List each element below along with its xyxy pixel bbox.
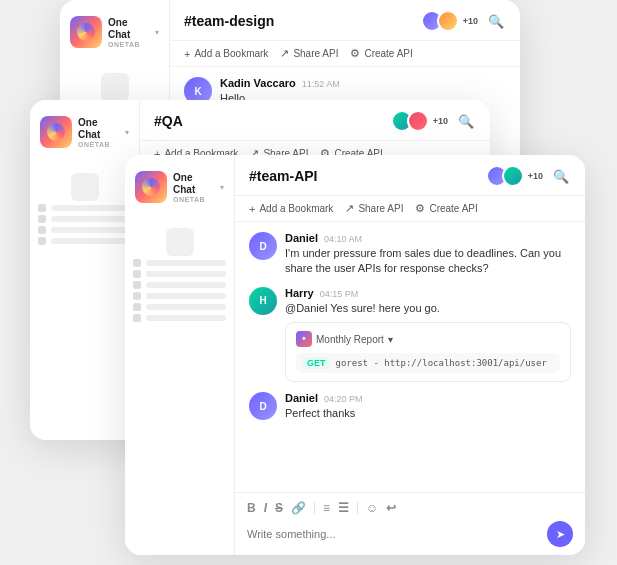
messages-area-card3: D Daniel 04:10 AM I'm under pressure fro… bbox=[235, 222, 585, 492]
share-api-btn-card1[interactable]: ↗ Share API bbox=[280, 47, 338, 60]
sidebar-app-subtitle-card2: ONETAB bbox=[78, 141, 117, 148]
strikethrough-button[interactable]: S bbox=[275, 501, 283, 515]
sidebar-header-card3[interactable]: One Chat ONETAB ▾ bbox=[133, 167, 226, 207]
sidebar-app-name-card2: One Chat bbox=[78, 117, 117, 141]
share-api-label: Share API bbox=[293, 48, 338, 59]
sidebar-nav-items-card2 bbox=[38, 166, 131, 252]
create-icon-card3: ⚙ bbox=[415, 202, 425, 215]
create-icon: ⚙ bbox=[350, 47, 360, 60]
sidebar-header-card2[interactable]: One Chat ONETAB ▾ bbox=[38, 112, 131, 152]
search-icon-card3[interactable]: 🔍 bbox=[551, 166, 571, 186]
message-author-harry: Harry bbox=[285, 287, 314, 299]
message-input-area: B I S 🔗 ≡ ☰ ☺ ↩ ➤ bbox=[235, 492, 585, 555]
dot bbox=[133, 281, 141, 289]
sidebar-nav-icon-1[interactable] bbox=[101, 73, 129, 101]
add-bookmark-btn-card3[interactable]: + Add a Bookmark bbox=[249, 203, 333, 215]
sidebar-nav-icon-card3[interactable] bbox=[166, 228, 194, 256]
bold-button[interactable]: B bbox=[247, 501, 256, 515]
unordered-list-button[interactable]: ≡ bbox=[323, 501, 330, 515]
ordered-list-button[interactable]: ☰ bbox=[338, 501, 349, 515]
api-attachment: ✦ Monthly Report ▾ GET gorest - http://l… bbox=[285, 322, 571, 382]
line bbox=[146, 282, 226, 288]
sidebar-app-subtitle-card3: ONETAB bbox=[173, 196, 212, 203]
chevron-down-icon-card2: ▾ bbox=[125, 128, 129, 137]
message-body-daniel1: Daniel 04:10 AM I'm under pressure from … bbox=[285, 232, 571, 277]
chevron-down-icon: ▾ bbox=[155, 28, 159, 37]
dot bbox=[38, 237, 46, 245]
message-meta-daniel1: Daniel 04:10 AM bbox=[285, 232, 571, 244]
search-icon-card2[interactable]: 🔍 bbox=[456, 111, 476, 131]
avatar-2 bbox=[437, 10, 459, 32]
message-author: Kadin Vaccaro bbox=[220, 77, 296, 89]
sidebar-row-c3-2 bbox=[133, 270, 226, 278]
emoji-button[interactable]: ☺ bbox=[366, 501, 378, 515]
create-api-label-card3: Create API bbox=[429, 203, 477, 214]
app-logo-inner bbox=[77, 23, 95, 41]
avatar-stack-card2 bbox=[391, 110, 429, 132]
plus-icon-card3: + bbox=[249, 203, 255, 215]
message-time-daniel1: 04:10 AM bbox=[324, 234, 362, 244]
app-logo bbox=[70, 16, 102, 48]
sidebar-title-group: One Chat ONETAB bbox=[108, 17, 147, 48]
message-time-harry: 04:15 PM bbox=[320, 289, 359, 299]
send-button[interactable]: ➤ bbox=[547, 521, 573, 547]
sidebar-title-group-card2: One Chat ONETAB bbox=[78, 117, 117, 148]
message-body-daniel2: Daniel 04:20 PM Perfect thanks bbox=[285, 392, 571, 421]
search-icon[interactable]: 🔍 bbox=[486, 11, 506, 31]
sidebar-row-c3-6 bbox=[133, 314, 226, 322]
endpoint-url: gorest - http://localhost:3001/api/user bbox=[336, 358, 547, 368]
method-badge: GET bbox=[303, 357, 330, 369]
plus-count-card3: +10 bbox=[528, 171, 543, 181]
dot bbox=[133, 314, 141, 322]
card-team-api: One Chat ONETAB ▾ #team-API +10 bbox=[125, 155, 585, 555]
app-logo-inner-card3 bbox=[142, 178, 160, 196]
dot bbox=[133, 303, 141, 311]
message-text-daniel2: Perfect thanks bbox=[285, 406, 571, 421]
sidebar-row-2 bbox=[38, 215, 131, 223]
share-api-btn-card3[interactable]: ↗ Share API bbox=[345, 202, 403, 215]
main-content-card3: #team-API +10 🔍 + Add a Bookmark ↗ Share… bbox=[235, 155, 585, 555]
link-button[interactable]: 🔗 bbox=[291, 501, 306, 515]
avatar-2-card3 bbox=[502, 165, 524, 187]
channel-avatars-card3: +10 bbox=[486, 165, 543, 187]
message-meta: Kadin Vaccaro 11:52 AM bbox=[220, 77, 506, 89]
sidebar-row-3 bbox=[38, 226, 131, 234]
message-item-harry: H Harry 04:15 PM @Daniel Yes sure! here … bbox=[249, 287, 571, 382]
dot bbox=[38, 226, 46, 234]
toolbar-card3: + Add a Bookmark ↗ Share API ⚙ Create AP… bbox=[235, 196, 585, 222]
plus-icon: + bbox=[184, 48, 190, 60]
channel-name-card2: #QA bbox=[154, 113, 383, 129]
message-input[interactable] bbox=[247, 528, 539, 540]
avatar-2-card2 bbox=[407, 110, 429, 132]
message-item-daniel1: D Daniel 04:10 AM I'm under pressure fro… bbox=[249, 232, 571, 277]
attachment-button[interactable]: ↩ bbox=[386, 501, 396, 515]
message-time: 11:52 AM bbox=[302, 79, 340, 89]
create-api-btn-card1[interactable]: ⚙ Create API bbox=[350, 47, 412, 60]
add-bookmark-label: Add a Bookmark bbox=[194, 48, 268, 59]
create-api-label: Create API bbox=[364, 48, 412, 59]
channel-name-card3: #team-API bbox=[249, 168, 478, 184]
sidebar-app-name: One Chat bbox=[108, 17, 147, 41]
create-api-btn-card3[interactable]: ⚙ Create API bbox=[415, 202, 477, 215]
sidebar-row-4 bbox=[38, 237, 131, 245]
sidebar-header-card1[interactable]: One Chat ONETAB ▾ bbox=[68, 12, 161, 52]
add-bookmark-btn-card1[interactable]: + Add a Bookmark bbox=[184, 48, 268, 60]
message-body-harry: Harry 04:15 PM @Daniel Yes sure! here yo… bbox=[285, 287, 571, 382]
channel-avatars-card2: +10 bbox=[391, 110, 448, 132]
app-logo-inner-card2 bbox=[47, 123, 65, 141]
line bbox=[51, 238, 131, 244]
line bbox=[51, 205, 131, 211]
sidebar-app-name-card3: One Chat bbox=[173, 172, 212, 196]
app-logo-card3 bbox=[135, 171, 167, 203]
line bbox=[51, 216, 131, 222]
message-time-daniel2: 04:20 PM bbox=[324, 394, 363, 404]
channel-header-card2: #QA +10 🔍 bbox=[140, 100, 490, 141]
dot bbox=[133, 270, 141, 278]
channel-name-card1: #team-design bbox=[184, 13, 413, 29]
line bbox=[146, 271, 226, 277]
sidebar-card2: One Chat ONETAB ▾ bbox=[30, 100, 140, 440]
message-avatar-daniel2: D bbox=[249, 392, 277, 420]
sidebar-nav-icon-card2[interactable] bbox=[71, 173, 99, 201]
italic-button[interactable]: I bbox=[264, 501, 267, 515]
message-author-daniel1: Daniel bbox=[285, 232, 318, 244]
